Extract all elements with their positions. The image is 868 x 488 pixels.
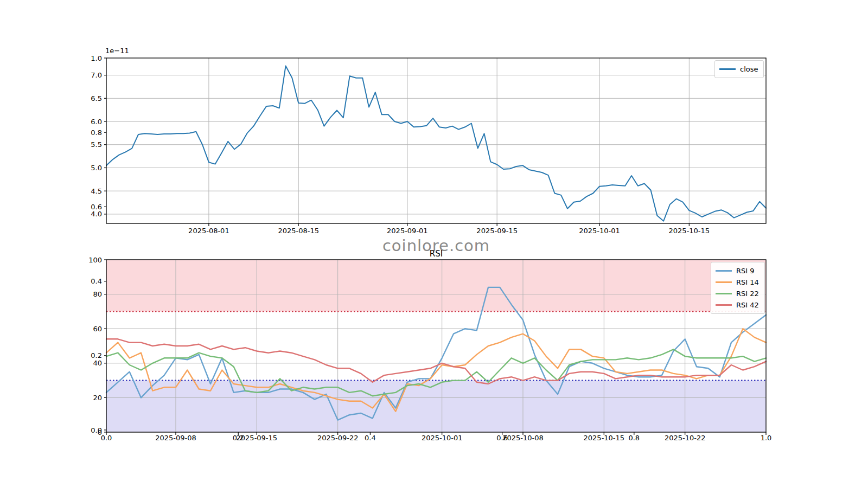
y-tick-label: 6.0 xyxy=(91,118,102,126)
y-tick-label: 6.5 xyxy=(91,94,102,102)
x-tick-label: 2025-09-22 xyxy=(317,434,359,442)
legend-line-swatch xyxy=(716,281,732,283)
y-tick-label: 7.0 xyxy=(91,71,102,79)
x-tick-label: 2025-10-01 xyxy=(579,227,620,235)
legend-label: RSI 9 xyxy=(736,267,755,275)
overlay-x-tick-label: 0.8 xyxy=(628,434,640,442)
overlay-y-tick-label: 0.0 xyxy=(91,426,102,434)
y-tick-label: 60 xyxy=(93,325,102,333)
x-tick-label: 2025-09-01 xyxy=(387,227,428,235)
x-tick-label: 2025-10-08 xyxy=(502,434,544,442)
overlay-y-tick-label: 0.6 xyxy=(91,203,102,211)
legend-label: RSI 42 xyxy=(736,301,759,309)
legend-label: RSI 14 xyxy=(736,278,759,286)
x-tick-label: 2025-08-01 xyxy=(188,227,229,235)
close-legend: close xyxy=(714,60,764,78)
legend-entry-rsi-22: RSI 22 xyxy=(716,288,759,299)
close-line xyxy=(106,66,766,221)
legend-line-swatch xyxy=(719,68,736,70)
overlay-y-tick-label: 0.2 xyxy=(91,351,102,359)
rsi-42-line xyxy=(106,339,766,384)
legend-line-swatch xyxy=(716,270,732,272)
overlay-x-tick-label: 0.6 xyxy=(496,434,508,442)
y-tick-label: 4.5 xyxy=(91,187,102,195)
legend-label: close xyxy=(740,65,758,73)
overlay-x-tick-label: 1.0 xyxy=(761,434,772,442)
y-axis-offset-label: 1e−11 xyxy=(105,47,129,55)
x-tick-label: 2025-09-08 xyxy=(155,434,196,442)
rsi-chart-title: RSI xyxy=(0,249,868,259)
x-tick-label: 2025-08-15 xyxy=(278,227,319,235)
overlay-x-tick-label: 0.4 xyxy=(365,434,376,442)
y-tick-label: 40 xyxy=(93,359,102,367)
figure: 7.06.56.05.55.04.54.02025-08-012025-08-1… xyxy=(0,0,868,488)
x-tick-label: 2025-10-01 xyxy=(422,434,463,442)
overlay-y-tick-label: 1.0 xyxy=(91,54,102,62)
legend-entry-rsi-14: RSI 14 xyxy=(716,277,759,288)
legend-entry-close: close xyxy=(719,63,758,75)
axes-spines xyxy=(106,58,766,223)
y-tick-label: 5.5 xyxy=(91,140,102,149)
y-tick-label: 4.0 xyxy=(91,210,102,218)
overlay-x-tick-label: 0.2 xyxy=(233,434,244,442)
legend-label: RSI 22 xyxy=(736,290,759,298)
oversold-band xyxy=(106,381,766,432)
legend-entry-rsi-9: RSI 9 xyxy=(716,265,759,277)
y-tick-label: 20 xyxy=(93,394,102,402)
legend-entry-rsi-42: RSI 42 xyxy=(716,299,759,311)
legend-line-swatch xyxy=(716,304,732,306)
overbought-band xyxy=(106,260,766,311)
y-tick-label: 80 xyxy=(93,290,102,298)
overlay-y-tick-label: 0.4 xyxy=(91,277,102,285)
legend-line-swatch xyxy=(716,293,732,294)
x-tick-label: 2025-10-15 xyxy=(584,434,625,442)
x-tick-label: 2025-09-15 xyxy=(476,227,518,235)
y-tick-label: 5.0 xyxy=(91,164,102,172)
rsi-legend: RSI 9RSI 14RSI 22RSI 42 xyxy=(711,262,765,314)
x-tick-label: 2025-10-22 xyxy=(665,434,706,442)
overlay-x-tick-label: 0.0 xyxy=(101,434,112,442)
overlay-y-tick-label: 0.8 xyxy=(91,129,102,137)
x-tick-label: 2025-10-15 xyxy=(669,227,710,235)
